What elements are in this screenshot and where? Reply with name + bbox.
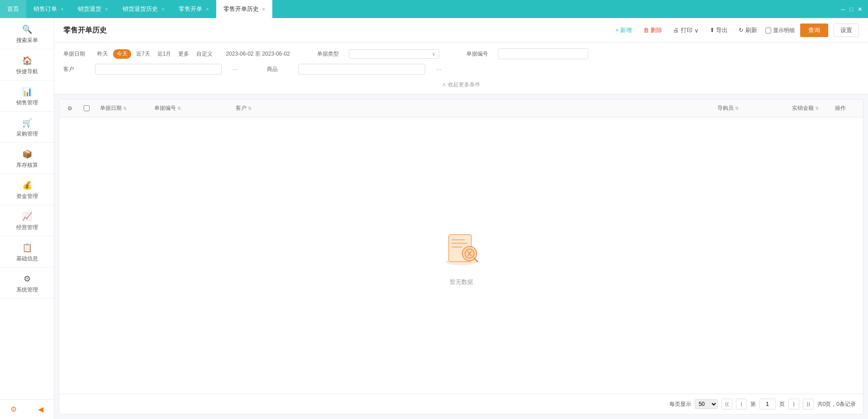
- filter-area: 单据日期 昨天今天近7天近1月更多自定义 2023-06-02 至 2023-0…: [54, 43, 868, 94]
- date-btn-更多[interactable]: 更多: [176, 49, 191, 59]
- customer-dots[interactable]: ···: [231, 66, 240, 73]
- close-btn[interactable]: ✕: [858, 6, 863, 13]
- sidebar-item-operation[interactable]: 📈经营管理: [0, 205, 54, 236]
- operation-icon: 📈: [22, 212, 32, 221]
- export-button[interactable]: ⬆ 导出: [707, 24, 731, 36]
- nav-icon: 🏠: [22, 56, 32, 66]
- top-tab-零售开单[interactable]: 零售开单×: [171, 0, 216, 18]
- content-area: 零售开单历史 + 新增 🗑 删除 🖨 打印 ∨ ⬆ 导出 ↻ 刷新 显示明细 查…: [54, 18, 868, 419]
- sidebar-item-basic[interactable]: 📋基础信息: [0, 236, 54, 268]
- query-button[interactable]: 查询: [800, 24, 828, 37]
- last-page-btn[interactable]: ⟩⟩: [803, 399, 814, 410]
- type-filter-label: 单据类型: [317, 50, 340, 58]
- finance-icon: 💰: [22, 180, 32, 190]
- tab-close-icon[interactable]: ×: [262, 6, 265, 12]
- top-tab-销货退货[interactable]: 销货退货×: [71, 0, 115, 18]
- empty-text: 暂无数据: [450, 278, 473, 286]
- tab-label: 销货退货历史: [123, 5, 158, 13]
- display-col-checkbox[interactable]: 显示明细: [765, 27, 795, 34]
- add-button[interactable]: + 新增: [612, 24, 635, 36]
- sidebar-item-purchase[interactable]: 🛒采购管理: [0, 112, 54, 143]
- svg-rect-4: [451, 246, 462, 248]
- display-col-label: 显示明细: [773, 27, 795, 34]
- svg-rect-2: [451, 239, 465, 240]
- top-tab-零售开单历史[interactable]: 零售开单历史×: [216, 0, 272, 18]
- collapse-more-label: ∧ 收起更多条件: [442, 81, 480, 89]
- col-header-billno[interactable]: 单据编号 ⇅: [151, 104, 232, 112]
- inventory-icon: 📦: [22, 149, 32, 159]
- tab-label: 销货退货: [78, 5, 101, 13]
- display-col-input[interactable]: [765, 28, 771, 33]
- delete-button[interactable]: 🗑 删除: [640, 24, 665, 36]
- sidebar-item-search[interactable]: 🔍搜索采单: [0, 18, 54, 49]
- date-btn-今天[interactable]: 今天: [113, 49, 131, 59]
- per-page-select[interactable]: 50 100 200: [695, 399, 718, 409]
- max-btn[interactable]: □: [849, 6, 853, 13]
- main-layout: 🔍搜索采单🏠快捷导航📊销售管理🛒采购管理📦库存核算💰资金管理📈经营管理📋基础信息…: [0, 18, 868, 419]
- sidebar-item-finance[interactable]: 💰资金管理: [0, 174, 54, 205]
- pagination: 每页显示 50 100 200 ⟨⟨ ⟨ 第 页 ⟩ ⟩⟩ 共0页，0条记录: [59, 394, 863, 414]
- tab-list: 首页销售订单×销货退货×销货退货历史×零售开单×零售开单历史×: [0, 0, 835, 18]
- select-all-checkbox[interactable]: [84, 105, 90, 111]
- col-date-sort-icon: ⇅: [123, 106, 127, 111]
- tab-label: 首页: [7, 5, 19, 13]
- page-input[interactable]: [759, 399, 776, 410]
- print-button[interactable]: 🖨 打印 ∨: [670, 24, 702, 36]
- tab-close-icon[interactable]: ×: [206, 6, 209, 12]
- top-tab-首页[interactable]: 首页: [0, 0, 26, 18]
- page-unit: 页: [779, 400, 785, 408]
- empty-icon: [439, 226, 484, 271]
- sidebar-item-label-nav: 快捷导航: [16, 68, 38, 75]
- setting-button[interactable]: 设置: [834, 24, 859, 37]
- col-header-action: 操作: [822, 104, 859, 112]
- next-page-btn[interactable]: ⟩: [788, 399, 799, 410]
- table-select-all[interactable]: [80, 105, 96, 111]
- goods-input[interactable]: [299, 64, 425, 75]
- sales-icon: 📊: [22, 87, 32, 97]
- sidebar-collapse-icon[interactable]: ◀: [38, 405, 43, 414]
- goods-dots[interactable]: ···: [434, 66, 443, 73]
- col-customer-label: 客户: [236, 104, 247, 112]
- prev-page-btn[interactable]: ⟨: [736, 399, 747, 410]
- col-amount-label: 实销金额: [792, 104, 814, 112]
- date-filter-label: 单据日期: [63, 50, 86, 58]
- system-icon: ⚙: [24, 274, 31, 284]
- col-header-date[interactable]: 单据日期 ⇅: [96, 104, 151, 112]
- sidebar-item-label-search: 搜索采单: [16, 37, 38, 44]
- col-header-customer[interactable]: 客户 ⇅: [232, 104, 714, 112]
- sidebar-bottom: ⚙ ◀: [0, 399, 54, 419]
- col-header-amount[interactable]: 实销金额 ⇅: [768, 104, 822, 112]
- type-select[interactable]: ∨: [349, 49, 439, 59]
- goods-filter-label: 商品: [267, 66, 289, 73]
- sidebar-item-nav[interactable]: 🏠快捷导航: [0, 49, 54, 80]
- tab-close-icon[interactable]: ×: [105, 6, 108, 12]
- col-header-guide[interactable]: 导购员 ⇅: [714, 104, 768, 112]
- date-btn-昨天[interactable]: 昨天: [95, 49, 110, 59]
- date-btn-近1月[interactable]: 近1月: [155, 49, 174, 59]
- page-header: 零售开单历史 + 新增 🗑 删除 🖨 打印 ∨ ⬆ 导出 ↻ 刷新 显示明细 查…: [54, 18, 868, 43]
- collapse-more-btn[interactable]: ∧ 收起更多条件: [63, 79, 859, 89]
- col-customer-sort-icon: ⇅: [248, 106, 251, 111]
- date-btn-自定义[interactable]: 自定义: [194, 49, 215, 59]
- sidebar-item-label-purchase: 采购管理: [16, 130, 38, 138]
- tab-close-icon[interactable]: ×: [61, 6, 63, 12]
- table-setting-btn[interactable]: ⚙: [64, 105, 80, 112]
- col-guide-label: 导购员: [717, 104, 734, 112]
- date-btn-近7天[interactable]: 近7天: [134, 49, 152, 59]
- tab-label: 零售开单: [179, 5, 202, 13]
- date-btn-group: 昨天今天近7天近1月更多自定义: [95, 49, 215, 59]
- first-page-btn[interactable]: ⟨⟨: [721, 399, 732, 410]
- min-btn[interactable]: ─: [841, 6, 845, 13]
- customer-input[interactable]: [95, 64, 222, 75]
- billno-input[interactable]: [498, 48, 588, 59]
- sidebar-item-system[interactable]: ⚙系统管理: [0, 268, 54, 299]
- sidebar-item-sales[interactable]: 📊销售管理: [0, 80, 54, 112]
- top-bar: 首页销售订单×销货退货×销货退货历史×零售开单×零售开单历史× ─ □ ✕: [0, 0, 868, 18]
- sidebar-item-inventory[interactable]: 📦库存核算: [0, 143, 54, 174]
- tab-close-icon[interactable]: ×: [161, 6, 164, 12]
- page-label: 第: [750, 400, 756, 408]
- top-tab-销货退货历史[interactable]: 销货退货历史×: [115, 0, 171, 18]
- refresh-button[interactable]: ↻ 刷新: [736, 24, 760, 36]
- top-tab-销售订单[interactable]: 销售订单×: [26, 0, 71, 18]
- sidebar-gear-icon[interactable]: ⚙: [10, 405, 17, 414]
